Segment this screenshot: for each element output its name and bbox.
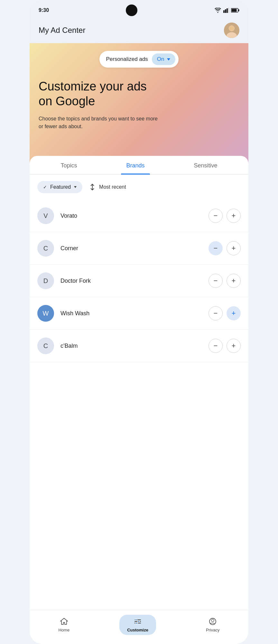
most-recent-label: Most recent [99,184,126,190]
status-time: 9:30 [39,7,49,13]
most-recent-sort-button[interactable]: Most recent [89,184,126,191]
brand-avatar-corner: C [37,240,54,257]
increase-button-wish-wash[interactable]: + [227,306,241,320]
increase-button-cbalm[interactable]: + [227,339,241,353]
nav-home-label: Home [58,628,70,632]
personalized-ads-label: Personalized ads [106,56,148,62]
battery-icon [231,8,239,13]
chevron-down-icon [167,58,170,61]
svg-point-10 [229,26,234,31]
tab-brands[interactable]: Brands [121,156,150,174]
svg-point-17 [136,622,138,624]
status-bar: 9:30 [30,0,248,19]
nav-privacy-label: Privacy [206,628,220,632]
brand-name-wish-wash: Wish Wash [60,310,202,317]
svg-rect-1 [225,9,226,13]
hero-section: Personalized ads On Customize your ads o… [30,43,248,166]
increase-button-corner[interactable]: + [227,241,241,255]
nav-customize-label: Customize [127,628,148,632]
decrease-button-wish-wash[interactable]: − [208,306,223,320]
app-title: My Ad Center [39,26,85,35]
svg-rect-3 [228,8,229,13]
brand-avatar-vorato: V [37,207,54,224]
svg-point-16 [138,620,140,622]
brand-item-wish-wash: W Wish Wash − + [30,297,248,330]
tabs-container: Topics Brands Sensitive ✓ Featured [30,156,248,362]
phone-frame: 9:30 My Ad Center [30,0,248,644]
check-icon: ✓ [43,185,47,190]
user-avatar[interactable] [224,23,239,38]
filter-chevron-icon [74,186,77,188]
sort-icon [89,184,96,191]
brand-name-vorato: Vorato [60,213,202,219]
brand-actions-cbalm: − + [208,339,241,353]
hero-subtitle: Choose the topics and brands you want to… [39,115,161,130]
brand-actions-corner: − + [208,241,241,255]
svg-point-19 [211,619,214,622]
privacy-icon [208,617,217,626]
brand-item-doctor-fork: D Doctor Fork − + [30,265,248,297]
tab-bar: Topics Brands Sensitive [30,156,248,175]
brand-item-corner: C Corner − + [30,232,248,265]
brand-item-vorato: V Vorato − + [30,200,248,232]
decrease-button-vorato[interactable]: − [208,209,223,223]
nav-home[interactable]: Home [51,615,77,635]
wifi-icon [214,8,221,13]
brand-avatar-cbalm: C [37,337,54,354]
decrease-button-doctor-fork[interactable]: − [208,274,223,288]
personalized-ads-pill[interactable]: Personalized ads On [99,51,178,68]
brand-name-doctor-fork: Doctor Fork [60,278,202,284]
brand-list: V Vorato − + C Corner [30,200,248,362]
tab-sensitive[interactable]: Sensitive [189,156,222,174]
hero-title: Customize your ads on Google [39,79,239,109]
avatar-image [224,23,239,38]
signal-icon [223,8,229,13]
toggle-label: On [157,56,164,62]
nav-customize[interactable]: Customize [119,615,156,635]
decrease-button-corner[interactable]: − [208,241,223,255]
svg-point-15 [135,619,137,621]
decrease-button-cbalm[interactable]: − [208,339,223,353]
tab-topics[interactable]: Topics [55,156,82,174]
svg-rect-5 [238,9,239,11]
filter-row: ✓ Featured Most recent [30,175,248,200]
svg-rect-2 [227,8,228,13]
brand-avatar-doctor-fork: D [37,272,54,289]
status-icons [214,8,239,13]
increase-button-doctor-fork[interactable]: + [227,274,241,288]
brand-name-corner: Corner [60,245,202,252]
increase-button-vorato[interactable]: + [227,209,241,223]
brand-actions-wish-wash: − + [208,306,241,320]
brand-actions-vorato: − + [208,209,241,223]
svg-rect-0 [223,10,225,13]
customize-icon [134,617,142,626]
home-icon [60,617,68,626]
brand-avatar-wish-wash: W [37,305,54,322]
camera-dot [126,5,137,16]
svg-rect-6 [232,9,237,12]
personalized-ads-toggle[interactable]: On [152,53,175,65]
nav-privacy[interactable]: Privacy [198,615,227,635]
featured-label: Featured [50,184,71,190]
bottom-nav: Home Customize Privacy [30,610,248,644]
brand-name-cbalm: c'Balm [60,343,202,349]
brand-actions-doctor-fork: − + [208,274,241,288]
app-header: My Ad Center [30,19,248,43]
brand-item-cbalm: C c'Balm − + [30,330,248,362]
featured-filter-button[interactable]: ✓ Featured [37,181,82,193]
content-spacer [30,362,248,610]
